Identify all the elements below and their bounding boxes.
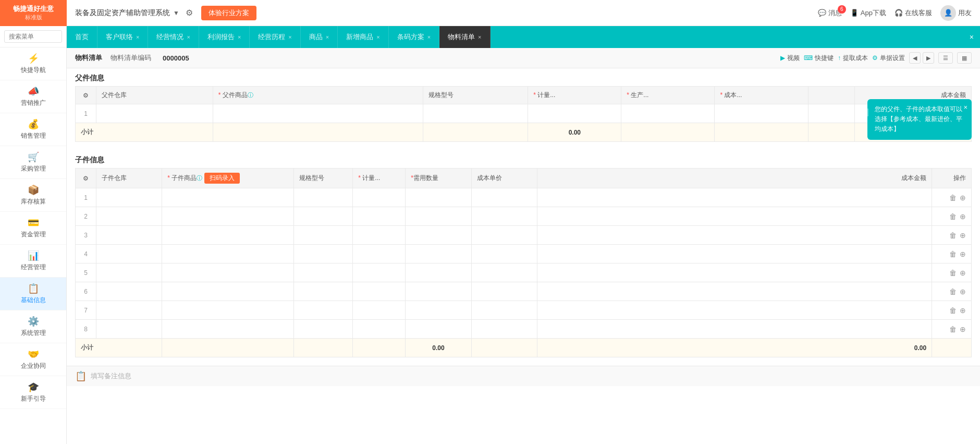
sidebar-item-operations[interactable]: 📊 经营管理 <box>0 245 66 278</box>
prev-arrow[interactable]: ◀ <box>909 52 921 64</box>
scan-button[interactable]: 扫码录入 <box>204 173 240 184</box>
tab-bom[interactable]: 物料清单 × <box>439 26 490 48</box>
next-arrow[interactable]: ▶ <box>923 52 934 64</box>
copy-icon[interactable]: ⊕ <box>960 306 966 315</box>
child-spec-cell[interactable] <box>293 263 353 282</box>
topbar-dropdown-icon[interactable]: ▼ <box>173 9 179 17</box>
parent-col-settings[interactable]: ⚙ <box>76 87 96 104</box>
parent-spec-cell[interactable] <box>423 104 528 123</box>
child-col-settings[interactable]: ⚙ <box>76 169 96 188</box>
tab-history[interactable]: 经营历程 × <box>250 26 300 48</box>
tab-customer-close[interactable]: × <box>136 34 139 40</box>
tab-profit[interactable]: 利润报告 × <box>199 26 250 48</box>
child-unit-cell[interactable] <box>353 245 406 263</box>
tab-barcode[interactable]: 条码方案 × <box>389 26 439 48</box>
parent-cost-cell[interactable] <box>715 104 808 123</box>
child-unit-cost-cell[interactable] <box>471 245 537 263</box>
tab-home[interactable]: 首页 <box>67 26 97 48</box>
copy-icon[interactable]: ⊕ <box>960 250 966 258</box>
child-warehouse-cell[interactable] <box>96 320 162 339</box>
child-unit-cost-cell[interactable] <box>471 301 537 320</box>
tab-close[interactable]: × <box>427 34 431 40</box>
single-settings-action[interactable]: ⚙ 单据设置 <box>872 54 905 63</box>
child-unit-cost-cell[interactable] <box>471 207 537 226</box>
user-action[interactable]: 👤 用友 <box>940 5 972 21</box>
sidebar-item-purchase[interactable]: 🛒 采购管理 <box>0 146 66 179</box>
sidebar-item-basic-info[interactable]: 📋 基础信息 <box>0 278 66 310</box>
delete-icon[interactable]: 🗑 <box>949 306 957 315</box>
child-unit-cost-cell[interactable] <box>471 320 537 339</box>
tab-operations-situation[interactable]: 经营情况 × <box>148 26 199 48</box>
child-unit-cell[interactable] <box>353 263 406 282</box>
child-warehouse-cell[interactable] <box>96 263 162 282</box>
delete-icon[interactable]: 🗑 <box>949 194 957 202</box>
copy-icon[interactable]: ⊕ <box>960 194 966 202</box>
child-product-cell[interactable] <box>162 282 293 301</box>
tooltip-close-button[interactable]: × <box>963 102 967 113</box>
child-spec-cell[interactable] <box>293 320 353 339</box>
child-quantity-cell[interactable] <box>406 226 471 245</box>
sidebar-item-system[interactable]: ⚙️ 系统管理 <box>0 310 66 343</box>
sidebar-item-sales[interactable]: 💰 销售管理 <box>0 113 66 146</box>
child-spec-cell[interactable] <box>293 188 353 207</box>
child-quantity-cell[interactable] <box>406 301 471 320</box>
sidebar-item-marketing[interactable]: 📣 营销推广 <box>0 80 66 113</box>
delete-icon[interactable]: 🗑 <box>949 325 957 333</box>
child-unit-cost-cell[interactable] <box>471 226 537 245</box>
copy-icon[interactable]: ⊕ <box>960 231 966 239</box>
child-unit-cost-cell[interactable] <box>471 188 537 207</box>
view-action[interactable]: ▶ 视频 <box>780 54 800 63</box>
child-spec-cell[interactable] <box>293 282 353 301</box>
child-unit-cell[interactable] <box>353 320 406 339</box>
child-warehouse-cell[interactable] <box>96 226 162 245</box>
message-action[interactable]: 💬 消息 6 <box>818 8 842 18</box>
tab-close[interactable]: × <box>238 34 241 40</box>
delete-icon[interactable]: 🗑 <box>949 287 957 296</box>
close-all-button[interactable]: × <box>963 33 980 41</box>
sidebar-item-enterprise[interactable]: 🤝 企业协同 <box>0 343 66 376</box>
child-unit-cell[interactable] <box>353 207 406 226</box>
child-warehouse-cell[interactable] <box>96 188 162 207</box>
child-warehouse-cell[interactable] <box>96 301 162 320</box>
search-input[interactable] <box>4 30 62 43</box>
tab-close[interactable]: × <box>326 34 329 40</box>
shortcut-action[interactable]: ⌨ 快捷键 <box>804 54 834 63</box>
sidebar-item-guide[interactable]: 🎓 新手引导 <box>0 376 66 409</box>
sidebar-item-finance[interactable]: 💳 资金管理 <box>0 212 66 245</box>
child-quantity-cell[interactable] <box>406 282 471 301</box>
child-product-cell[interactable] <box>162 207 293 226</box>
child-product-cell[interactable] <box>162 320 293 339</box>
sidebar-item-inventory[interactable]: 📦 库存核算 <box>0 179 66 212</box>
tab-new-goods[interactable]: 新增商品 × <box>338 26 388 48</box>
parent-unit-cell[interactable] <box>528 104 621 123</box>
child-warehouse-cell[interactable] <box>96 245 162 263</box>
child-spec-cell[interactable] <box>293 226 353 245</box>
delete-icon[interactable]: 🗑 <box>949 250 957 258</box>
child-quantity-cell[interactable] <box>406 245 471 263</box>
extract-cost-action[interactable]: ↑ 提取成本 <box>838 54 868 63</box>
topbar-gear-icon[interactable]: ⚙ <box>186 8 193 18</box>
child-unit-cell[interactable] <box>353 301 406 320</box>
child-quantity-cell[interactable] <box>406 263 471 282</box>
child-spec-cell[interactable] <box>293 207 353 226</box>
copy-icon[interactable]: ⊕ <box>960 269 966 277</box>
child-product-cell[interactable] <box>162 188 293 207</box>
menu-icon[interactable]: ☰ <box>938 52 953 64</box>
parent-production-cell[interactable] <box>621 104 715 123</box>
tab-goods[interactable]: 商品 × <box>301 26 338 48</box>
tab-close[interactable]: × <box>288 34 291 40</box>
child-unit-cost-cell[interactable] <box>471 282 537 301</box>
child-spec-cell[interactable] <box>293 301 353 320</box>
child-product-cell[interactable] <box>162 301 293 320</box>
parent-product-cell[interactable] <box>213 104 423 123</box>
child-product-cell[interactable] <box>162 263 293 282</box>
sidebar-item-quick-nav[interactable]: ⚡ 快捷导航 <box>0 47 66 80</box>
child-unit-cell[interactable] <box>353 226 406 245</box>
parent-warehouse-cell[interactable] <box>96 104 213 123</box>
child-quantity-cell[interactable] <box>406 207 471 226</box>
table-icon[interactable]: ▦ <box>957 52 972 64</box>
child-unit-cell[interactable] <box>353 188 406 207</box>
copy-icon[interactable]: ⊕ <box>960 287 966 296</box>
tab-customer[interactable]: 客户联络 × <box>97 26 148 48</box>
child-spec-cell[interactable] <box>293 245 353 263</box>
